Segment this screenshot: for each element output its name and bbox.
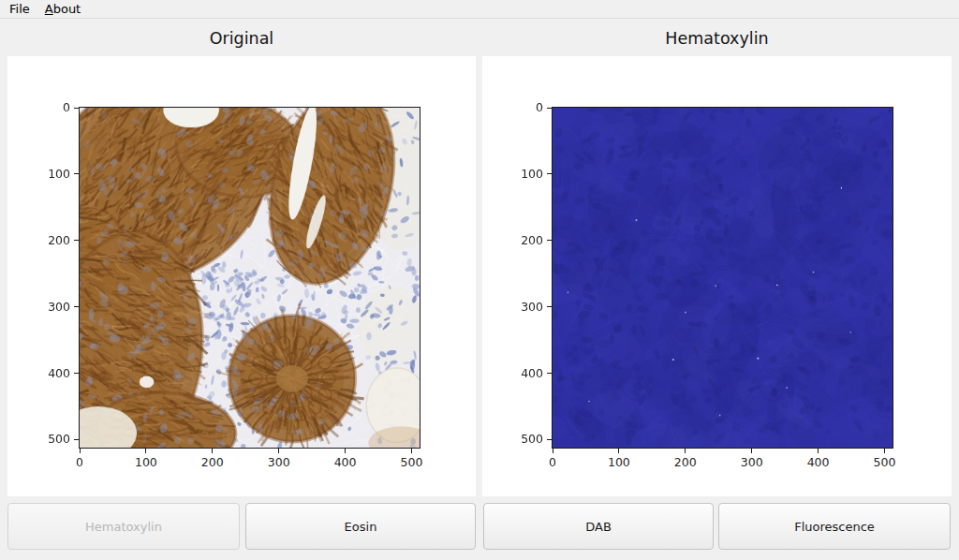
hematoxylin-title: Hematoxylin [482,26,952,51]
tick-label: 0 [31,100,70,115]
tick-mark [80,449,81,453]
tick-label: 300 [729,455,775,470]
tick-mark [74,306,79,307]
fluorescence-button[interactable]: Fluorescence [718,503,951,550]
hematoxylin-button[interactable]: Hematoxylin [7,503,240,550]
tick-mark [547,306,552,307]
tick-label: 100 [31,167,70,182]
tick-mark [884,449,885,453]
menu-item-file[interactable]: File [9,2,30,16]
menu-item-about[interactable]: About [45,2,81,16]
tick-mark [74,108,79,109]
tick-label: 200 [189,455,236,470]
tick-label: 0 [504,100,543,115]
dab-button[interactable]: DAB [483,503,714,550]
tick-label: 500 [504,432,543,447]
tick-label: 400 [31,366,70,381]
tick-mark [212,449,213,453]
tick-label: 500 [31,432,70,447]
original-plot-frame [79,107,420,449]
hematoxylin-image-canvas [553,108,893,448]
tick-mark [553,449,553,453]
hematoxylin-plot-frame [552,107,893,449]
original-title: Original [7,26,476,51]
tick-label: 400 [795,455,842,470]
tick-label: 0 [56,455,103,470]
tick-mark [547,373,552,374]
tick-mark [547,439,552,440]
tick-mark [145,449,146,453]
hematoxylin-panel: 01002003004005000100200300400500 [482,56,952,496]
tick-mark [411,449,412,453]
tick-label: 400 [504,366,543,381]
tick-mark [818,449,819,453]
status-strip [0,550,959,560]
tick-mark [345,449,346,453]
tick-label: 200 [662,455,709,470]
tick-label: 200 [31,233,70,248]
tick-label: 200 [504,233,543,248]
tick-mark [547,173,552,174]
tick-label: 500 [388,455,435,470]
tick-label: 300 [31,300,70,315]
app-window: { "menu": { "file": "File", "about": "Ab… [0,0,959,560]
tick-mark [74,439,79,440]
tick-label: 100 [596,455,642,470]
tick-mark [751,449,752,453]
tick-label: 300 [504,300,543,315]
tick-label: 100 [504,167,543,182]
tick-label: 100 [123,455,170,470]
tick-mark [74,173,79,174]
tick-label: 400 [322,455,369,470]
original-image-canvas [80,108,420,448]
tick-mark [618,449,619,453]
menu-bar: File About [0,0,959,19]
tick-label: 500 [861,455,907,470]
tick-label: 300 [256,455,302,470]
tick-mark [74,240,79,241]
tick-mark [278,449,279,453]
original-panel: 01002003004005000100200300400500 [7,56,476,496]
tick-mark [685,449,686,453]
tick-mark [547,240,552,241]
eosin-button[interactable]: Eosin [245,503,476,550]
tick-mark [74,373,79,374]
tick-label: 0 [529,455,576,470]
tick-mark [547,108,552,109]
